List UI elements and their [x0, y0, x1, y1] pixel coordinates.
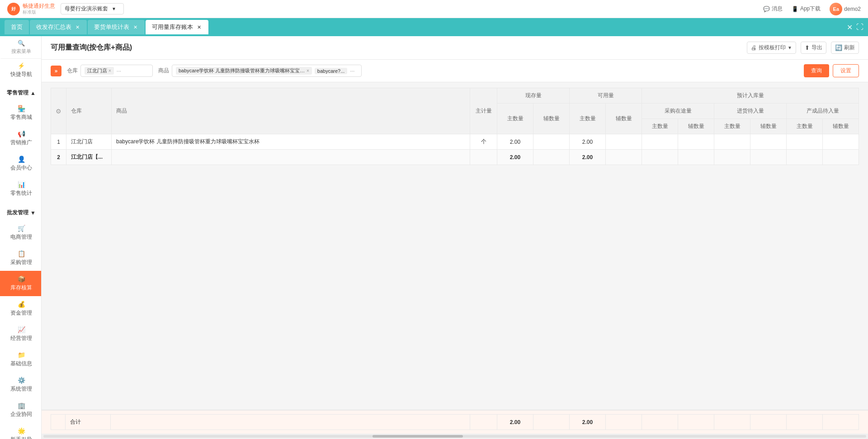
user-menu[interactable]: Ea demo2	[830, 3, 861, 15]
export-btn[interactable]: ⬆ 导出	[801, 42, 826, 54]
warehouse-ellipsis[interactable]: ···	[117, 68, 121, 74]
marketing-icon: 📢	[18, 130, 25, 137]
sidebar-item-inventory[interactable]: 📦 库存核算	[0, 271, 41, 296]
retail-mall-icon: 🏪	[18, 105, 25, 112]
summary-current-main: 2.00	[497, 415, 533, 430]
tab-receivable[interactable]: 收发存汇总表 ✕	[30, 20, 87, 34]
group-row-available-main: 2.00	[570, 150, 606, 165]
finance-icon: 💰	[18, 301, 25, 308]
inventory-icon: 📦	[18, 275, 25, 283]
col-inbound-aux-header: 辅数量	[750, 119, 787, 134]
summary-current-aux	[533, 415, 570, 430]
print-btn[interactable]: 🖨 按模板打印 ▼	[747, 42, 796, 54]
tab-available-stock-close[interactable]: ✕	[196, 24, 202, 30]
sidebar-item-basic-info[interactable]: 📁 基础信息	[0, 347, 41, 372]
sidebar-item-retail-mall[interactable]: 🏪 零售商城	[0, 100, 41, 126]
row-current-main-1: 2.00	[497, 134, 533, 150]
chevron-icon-2: ▼	[30, 210, 36, 216]
sidebar-item-retail-stats[interactable]: 📊 零售统计	[0, 176, 41, 202]
row-production-aux-1	[823, 134, 859, 150]
tab-order-stats-label: 要货单统计表	[94, 23, 129, 31]
horizontal-scrollbar[interactable]	[42, 434, 868, 439]
col-production-aux-header: 辅数量	[823, 119, 859, 134]
chevron-down-icon: ▼	[112, 6, 116, 11]
page-header-actions: 🖨 按模板打印 ▼ ⬆ 导出 🔄 刷新	[747, 42, 859, 54]
sidebar-item-new-guide[interactable]: 🌟 新手引导	[0, 423, 41, 439]
col-inbound-main-header: 主数量	[714, 119, 750, 134]
sidebar-item-wholesale-mgmt[interactable]: 批发管理 ▼	[0, 205, 41, 220]
tab-home-label: 首页	[11, 23, 23, 31]
sidebar-item-marketing[interactable]: 📢 营销推广	[0, 126, 41, 151]
summary-p4	[750, 415, 787, 430]
refresh-btn[interactable]: 🔄 刷新	[831, 42, 859, 54]
table-group-row: 2 江北门店【... 2.00 2.00	[51, 150, 859, 165]
summary-p5	[787, 415, 823, 430]
col-current-main-header: 主数量	[497, 104, 533, 134]
top-bar: 好 畅捷通好生意 标准版 母婴行业演示账套 ▼ 💬 消息 📱 App下载 Ea …	[0, 0, 868, 18]
row-purchase-aux-1	[678, 134, 714, 150]
print-icon: 🖨	[751, 44, 757, 51]
group-row-current-main: 2.00	[497, 150, 533, 165]
product-tag-1-close[interactable]: ×	[307, 68, 309, 73]
quick-nav-icon: ⚡	[18, 62, 25, 69]
settings-icon[interactable]: ⚙	[56, 108, 61, 115]
table-row: 1 江北门店 babycare学饮杯 儿童防摔防撞吸管杯重力球吸嘴杯宝宝水杯 个…	[51, 134, 859, 150]
data-table: ⚙ 仓库 商品 主计量 现存量 可用量 预计入库量 主数量 辅数量 主数量 辅数…	[51, 88, 859, 165]
product-input[interactable]: babycare学饮杯 儿童防摔防撞吸管杯重力球吸嘴杯宝宝水杯 × babyca…	[172, 65, 362, 77]
settings-btn[interactable]: 设置	[833, 64, 859, 77]
query-btn[interactable]: 查询	[804, 64, 829, 77]
table-container[interactable]: ⚙ 仓库 商品 主计量 现存量 可用量 预计入库量 主数量 辅数量 主数量 辅数…	[42, 82, 868, 410]
tab-bar-right: ✕ ⛶	[847, 23, 863, 32]
message-btn[interactable]: 💬 消息	[763, 5, 783, 13]
tab-close-all-btn[interactable]: ✕	[847, 23, 853, 32]
sidebar-item-purchase[interactable]: 📋 采购管理	[0, 245, 41, 271]
product-tag-2: babycare?...	[315, 68, 348, 74]
summary-available-main: 2.00	[570, 415, 606, 430]
row-num-1: 1	[51, 134, 66, 150]
tab-receivable-close[interactable]: ✕	[74, 24, 80, 30]
summary-p3	[714, 415, 750, 430]
row-unit-1: 个	[470, 134, 497, 150]
ecommerce-icon: 🛒	[18, 225, 25, 232]
filter-expand-btn[interactable]: »	[51, 66, 61, 76]
group-row-warehouse: 江北门店【...	[66, 150, 112, 165]
content-area: 可用量查询(按仓库+商品) 🖨 按模板打印 ▼ ⬆ 导出 🔄 刷新 »	[42, 36, 868, 439]
sidebar-item-operations[interactable]: 📈 经营管理	[0, 321, 41, 347]
operations-icon: 📈	[18, 326, 25, 333]
sidebar-item-retail-mgmt[interactable]: 零售管理 ▲	[0, 85, 41, 100]
sidebar-search[interactable]: 🔍 搜索菜单	[0, 36, 41, 59]
sidebar-quick-nav[interactable]: ⚡ 快捷导航	[0, 59, 41, 82]
purchase-icon: 📋	[18, 250, 25, 257]
warehouse-tag-close[interactable]: ×	[108, 68, 111, 73]
org-selector[interactable]: 母婴行业演示账套 ▼	[61, 3, 124, 14]
tab-expand-btn[interactable]: ⛶	[856, 23, 863, 31]
sidebar-item-finance[interactable]: 💰 资金管理	[0, 296, 41, 321]
product-tag-1: babycare学饮杯 儿童防摔防撞吸管杯重力球吸嘴杯宝宝水杯 ×	[176, 67, 312, 75]
col-inbound-pending-header: 进货待入量	[714, 104, 787, 119]
warehouse-input[interactable]: 江北门店 × ···	[80, 65, 153, 77]
product-ellipsis[interactable]: ···	[350, 68, 354, 74]
message-icon: 💬	[763, 6, 770, 12]
col-unit-header: 主计量	[470, 88, 497, 134]
sidebar-item-member-center[interactable]: 👤 会员中心	[0, 151, 41, 176]
app-download-btn[interactable]: 📱 App下载	[792, 5, 821, 13]
warehouse-filter: 仓库 江北门店 × ···	[67, 65, 153, 77]
col-current-aux-header: 辅数量	[533, 104, 570, 134]
tab-order-stats[interactable]: 要货单统计表 ✕	[88, 20, 145, 34]
retail-stats-icon: 📊	[18, 181, 25, 188]
scroll-track	[43, 435, 866, 438]
tab-order-stats-close[interactable]: ✕	[132, 24, 138, 30]
top-bar-right: 💬 消息 📱 App下载 Ea demo2	[763, 3, 861, 15]
tab-home[interactable]: 首页	[5, 20, 29, 34]
summary-label: 合计	[66, 415, 111, 430]
enterprise-icon: 🏢	[18, 402, 25, 409]
refresh-icon: 🔄	[835, 44, 842, 51]
scroll-thumb[interactable]	[373, 435, 463, 438]
logo-area: 好 畅捷通好生意 标准版	[7, 3, 55, 15]
sidebar-item-enterprise[interactable]: 🏢 企业协同	[0, 397, 41, 423]
basic-info-icon: 📁	[18, 351, 25, 359]
tab-available-stock[interactable]: 可用量库存账本 ✕	[146, 20, 208, 34]
row-inbound-aux-1	[750, 134, 787, 150]
sidebar-item-ecommerce[interactable]: 🛒 电商管理	[0, 220, 41, 245]
sidebar-item-system[interactable]: ⚙️ 系统管理	[0, 372, 41, 397]
